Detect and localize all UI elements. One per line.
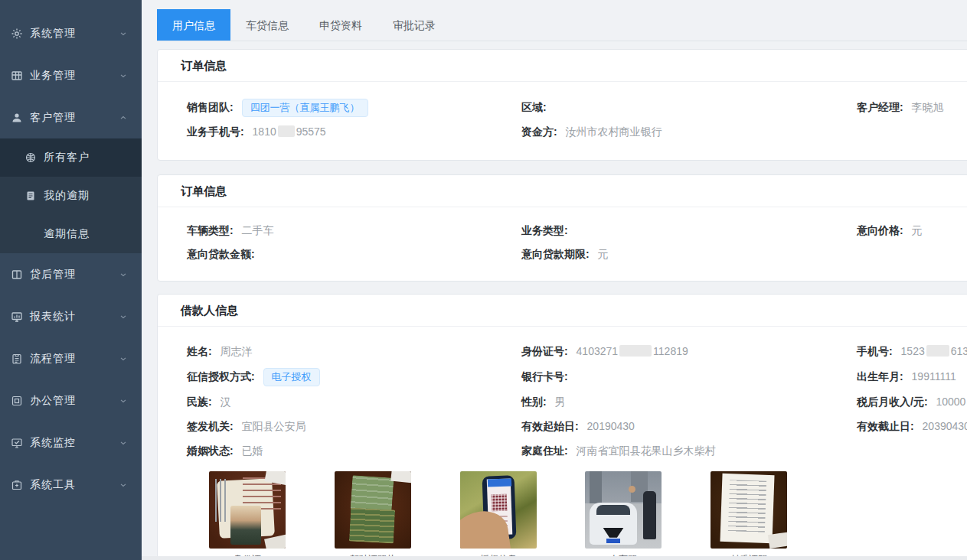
redaction-block [926,345,949,357]
redaction-block [619,345,652,357]
sidebar-item-process-mgmt[interactable]: 流程管理 [0,337,142,379]
redaction-block [278,125,295,137]
sidebar-item-all-customers[interactable]: 所有客户 [0,138,142,177]
field-monthly-income: 税后月收入/元: 10000 [857,393,965,410]
chevron-down-icon [119,396,128,405]
sidebar-item-label: 系统工具 [30,478,119,492]
sidebar: 系统管理 业务管理 客户管理 [0,0,142,560]
tab-approval-records[interactable]: 审批记录 [377,9,451,41]
order-info-card: 订单信息 销售团队: 四团一营（直属王鹏飞） 区域: 客户经理: 李晓旭 业务手… [157,49,967,161]
grid-icon [11,70,23,82]
credit-auth-tag: 电子授权 [263,368,320,386]
horizontal-scrollbar[interactable] [142,556,967,560]
detail-tabbar: 用户信息 车贷信息 申贷资料 审批记录 [157,9,967,41]
square-icon [11,395,23,407]
card-title: 订单信息 [158,50,967,82]
field-birth-date: 出生年月: 19911111 [857,368,956,385]
sidebar-item-label: 我的逾期 [44,189,142,203]
chevron-down-icon [119,354,128,363]
side-menu: 系统管理 业务管理 客户管理 [0,0,142,506]
monitor-check-icon [11,437,23,449]
sidebar-item-label: 流程管理 [30,352,119,366]
tab-user-info[interactable]: 用户信息 [157,9,230,41]
sidebar-item-report-stats[interactable]: 报表统计 [0,295,142,337]
chevron-up-icon [119,113,128,122]
order-vehicle-card: 订单信息 车辆类型: 二手车 业务类型: 意向价格: 元 意向贷款金额: 意向贷… [157,174,967,282]
handwritten-proof-photo[interactable] [711,471,787,549]
chevron-down-icon [119,270,128,279]
gear-icon [11,28,23,40]
credit-auth-qr-photo[interactable] [460,471,537,549]
sidebar-item-overdue-info[interactable]: 逾期信息 [0,215,142,253]
sidebar-item-system-monitor[interactable]: 系统监控 [0,422,142,464]
sidebar-item-label: 办公管理 [30,394,119,408]
card-title: 借款人信息 [158,295,967,327]
driver-license-photo[interactable] [335,471,411,549]
field-credit-auth: 征信授权方式: 电子授权 [187,368,320,385]
main-content: 用户信息 车贷信息 申贷资料 审批记录 订单信息 销售团队: 四团一营（直属王鹏… [142,0,967,560]
sidebar-item-label: 系统监控 [30,436,119,450]
field-valid-from: 有效起始日: 20190430 [521,418,635,435]
person-with-car-photo[interactable] [585,471,662,549]
sidebar-item-label: 报表统计 [30,310,119,324]
field-funder: 资金方: 汝州市农村商业银行 [521,123,662,140]
field-gender: 性别: 男 [521,393,566,410]
chevron-down-icon [119,29,128,38]
field-mobile-phone: 手机号: 15236137 [857,343,967,360]
sidebar-item-business-mgmt[interactable]: 业务管理 [0,54,142,96]
field-region: 区域: [521,99,552,116]
card-title: 订单信息 [158,175,967,207]
field-bank-card: 银行卡号: [521,368,573,385]
sidebar-item-postloan-mgmt[interactable]: 贷后管理 [0,253,142,295]
field-vehicle-type: 车辆类型: 二手车 [187,222,274,239]
sidebar-item-office-mgmt[interactable]: 办公管理 [0,379,142,422]
book-icon [11,269,23,281]
chevron-down-icon [119,312,128,321]
borrower-info-card: 借款人信息 姓名: 周志洋 身份证号: 4103271112819 手机号: 1… [157,294,967,560]
sidebar-item-my-overdue[interactable]: 我的逾期 [0,177,142,215]
field-business-type: 业务类型: [521,222,573,239]
field-intent-price: 意向价格: 元 [857,222,923,239]
chevron-down-icon [119,438,128,448]
sidebar-item-system-mgmt[interactable]: 系统管理 [0,12,142,54]
monitor-icon [11,311,23,323]
field-loan-amount: 意向贷款金额: [187,246,260,262]
customer-mgmt-submenu: 所有客户 我的逾期 逾期信息 [0,138,142,253]
field-business-phone: 业务手机号: 181095575 [187,123,326,140]
sales-team-tag: 四团一营（直属王鹏飞） [242,99,368,117]
sidebar-item-label: 贷后管理 [30,268,119,282]
tab-car-loan-info[interactable]: 车贷信息 [230,9,304,41]
field-marital-status: 婚姻状态: 已婚 [187,442,263,459]
tab-loan-application-docs[interactable]: 申贷资料 [304,9,377,41]
sidebar-item-customer-mgmt[interactable]: 客户管理 [0,96,142,138]
field-account-manager: 客户经理: 李晓旭 [857,99,944,116]
globe-icon [25,151,37,164]
field-sales-team: 销售团队: 四团一营（直属王鹏飞） [187,99,368,116]
chevron-down-icon [119,480,128,490]
sidebar-item-system-tools[interactable]: 系统工具 [0,464,142,506]
document-icon [25,190,37,202]
field-loan-term: 意向贷款期限: 元 [521,246,609,262]
id-card-photo[interactable] [209,471,286,549]
field-issuing-authority: 签发机关: 宜阳县公安局 [187,418,306,435]
field-id-number: 身份证号: 4103271112819 [521,343,688,360]
user-icon [11,112,23,124]
sidebar-item-label: 系统管理 [30,27,119,41]
field-ethnicity: 民族: 汉 [187,393,231,410]
sidebar-item-label: 业务管理 [30,69,119,83]
field-home-address: 家庭住址: 河南省宜阳县花果山乡木柴村 [521,442,716,459]
field-valid-to: 有效截止日: 20390430 [857,418,967,435]
sidebar-item-label: 客户管理 [30,111,119,125]
sidebar-item-label: 逾期信息 [44,227,142,241]
chevron-down-icon [119,71,128,80]
toolbox-icon [11,479,23,491]
sidebar-item-label: 所有客户 [44,151,142,164]
field-name: 姓名: 周志洋 [187,343,253,360]
clipboard-icon [11,353,23,365]
